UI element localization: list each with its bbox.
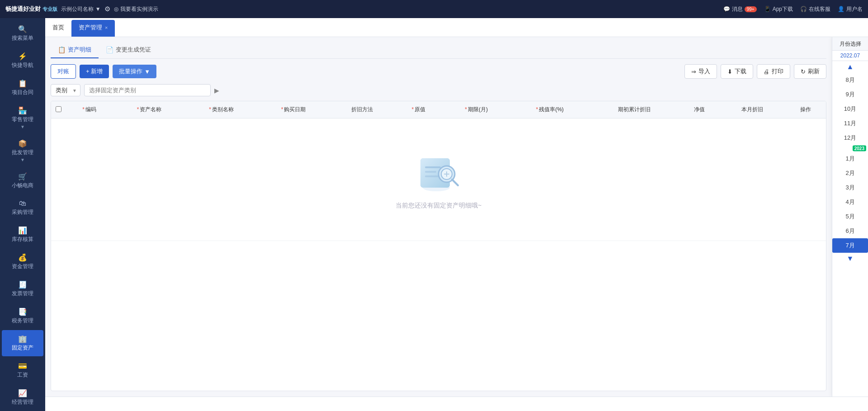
purchase-icon: 🛍	[19, 199, 26, 208]
chevron-down-icon: ▼	[20, 124, 25, 129]
settings-button[interactable]: ⚙	[104, 5, 110, 13]
table-empty-cell: 当前您还没有固定资产明细哦~	[51, 118, 826, 241]
month-item-6[interactable]: 6月	[832, 224, 868, 238]
month-panel-header: 月份选择	[832, 37, 868, 51]
finance-icon: 💰	[18, 253, 27, 262]
category-input[interactable]	[84, 84, 211, 96]
change-icon: 📄	[106, 46, 113, 53]
content-area: 首页 资产管理 × 📋 资产明细 📄 变更生成凭证	[45, 18, 868, 411]
import-icon: ⇒	[691, 68, 696, 75]
sidebar-item-purchase[interactable]: 🛍 采购管理	[2, 195, 43, 221]
th-net: 净值	[679, 101, 720, 118]
sidebar-item-label: 批发管理	[12, 149, 33, 156]
category-select[interactable]: 类别	[51, 84, 80, 96]
sidebar-item-label: 资金管理	[12, 263, 33, 270]
user-name: 用户名	[846, 5, 863, 13]
company-name: 示例公司名称	[61, 5, 94, 13]
month-item-11[interactable]: 11月	[832, 116, 868, 131]
select-all-header	[51, 101, 66, 118]
month-item-7[interactable]: 7月	[832, 238, 868, 253]
month-item-8[interactable]: 8月	[832, 73, 868, 87]
sub-tab-change[interactable]: 📄 变更生成凭证	[99, 43, 158, 58]
toolbar-right: ⇒ 导入 ⬇ 下载 🖨 打印 ↻ 刷新	[684, 64, 826, 79]
month-nav-up[interactable]: ▲	[832, 61, 868, 73]
month-item-4[interactable]: 4月	[832, 195, 868, 209]
operation-icon: 📈	[18, 389, 27, 397]
page-content: 📋 资产明细 📄 变更生成凭证 对账 + 新增	[45, 37, 868, 397]
message-icon: 💬	[723, 6, 730, 12]
assets-table: *编码 *资产名称 *类别名称 *购买日期 折旧方法 *原值 *期限(月) *残…	[51, 101, 826, 391]
import-button[interactable]: ⇒ 导入	[684, 64, 717, 79]
month-item-9[interactable]: 9月	[832, 87, 868, 102]
month-item-12[interactable]: 12月	[832, 131, 868, 145]
batch-button[interactable]: 批量操作 ▼	[113, 65, 156, 78]
match-button[interactable]: 对账	[51, 64, 76, 79]
close-icon[interactable]: ×	[105, 25, 108, 30]
month-item-2[interactable]: 2月	[832, 166, 868, 180]
add-button[interactable]: + 新增	[80, 65, 109, 78]
month-nav-down[interactable]: ▼	[832, 253, 868, 265]
message-label: 消息	[732, 5, 743, 13]
service-button[interactable]: 🎧 在线客服	[800, 5, 830, 13]
sidebar-item-tax[interactable]: 📑 税务管理	[2, 303, 43, 329]
month-item-1[interactable]: 1月	[832, 151, 868, 166]
main-layout: 🔍 搜索菜单 ⚡ 快捷导航 📋 项目合同 🏪 零售管理 ▼ 📦 批发管理 ▼ 🛒…	[0, 18, 868, 411]
sidebar-item-nav[interactable]: ⚡ 快捷导航	[2, 47, 43, 74]
sub-tabs: 📋 资产明细 📄 变更生成凭证	[51, 43, 826, 59]
user-avatar: 👤	[838, 6, 844, 12]
sidebar-item-assets[interactable]: 🏢 固定资产	[2, 330, 43, 356]
refresh-button[interactable]: ↻ 刷新	[794, 64, 826, 79]
sidebar-item-contract[interactable]: 📋 项目合同	[2, 75, 43, 101]
month-item-10[interactable]: 10月	[832, 102, 868, 116]
th-period: *期限(月)	[442, 101, 510, 118]
company-selector[interactable]: 示例公司名称 ▼	[61, 5, 101, 13]
sidebar-item-retail[interactable]: 🏪 零售管理 ▼	[2, 102, 43, 134]
month-item-5[interactable]: 5月	[832, 209, 868, 224]
retail-icon: 🏪	[18, 106, 27, 115]
sidebar-item-search[interactable]: 🔍 搜索菜单	[2, 20, 43, 47]
topbar-right: 💬 消息 99+ 📱 App下载 🎧 在线客服 👤 用户名	[723, 5, 863, 13]
th-name: *资产名称	[113, 101, 185, 118]
sidebar-item-finance[interactable]: 💰 资金管理	[2, 249, 43, 275]
sidebar-item-inventory[interactable]: 📊 库存核算	[2, 222, 43, 248]
month-item-3[interactable]: 3月	[832, 180, 868, 195]
refresh-label: 刷新	[808, 67, 820, 76]
sidebar-item-salary[interactable]: 💳 工资	[2, 357, 43, 383]
sidebar-item-label: 小畅电商	[12, 182, 33, 189]
batch-arrow-icon: ▼	[144, 68, 150, 75]
download-icon: ⬇	[727, 68, 732, 75]
svg-line-8	[452, 180, 458, 185]
svg-rect-5	[425, 175, 439, 177]
sidebar-item-ecommerce[interactable]: 🛒 小畅电商	[2, 168, 43, 194]
demo-link[interactable]: ◎ 我要看实例演示	[114, 5, 158, 13]
download-label: 下载	[735, 67, 746, 76]
invoice-icon: 🧾	[18, 280, 27, 289]
sidebar-item-invoice[interactable]: 🧾 发票管理	[2, 276, 43, 302]
category-select-wrap: 类别	[51, 84, 80, 96]
service-label: 在线客服	[809, 5, 830, 13]
wholesale-icon: 📦	[18, 139, 27, 148]
tab-assets[interactable]: 资产管理 ×	[71, 20, 115, 37]
download-button[interactable]: ⬇ 下载	[721, 64, 753, 79]
filter-arrow-icon[interactable]: ▶	[214, 87, 219, 94]
contract-icon: 📋	[18, 79, 27, 88]
dropdown-icon: ▼	[95, 6, 101, 12]
demo-icon: ◎	[114, 6, 118, 12]
main-panel: 📋 资产明细 📄 变更生成凭证 对账 + 新增	[45, 37, 832, 397]
month-panel-year: 2022.07	[832, 51, 868, 61]
message-button[interactable]: 💬 消息 99+	[723, 5, 757, 13]
app-download-button[interactable]: 📱 App下载	[764, 5, 793, 13]
brand-sub: 专业版	[42, 6, 57, 12]
sub-tab-detail[interactable]: 📋 资产明细	[51, 43, 99, 58]
th-code: *编码	[66, 101, 113, 118]
sub-tab-change-label: 变更生成凭证	[116, 46, 151, 54]
sidebar-item-label: 工资	[17, 371, 28, 379]
select-all-checkbox[interactable]	[56, 106, 61, 112]
print-label: 打印	[772, 67, 783, 76]
print-button[interactable]: 🖨 打印	[757, 64, 790, 79]
sidebar-item-operation[interactable]: 📈 经营管理	[2, 384, 43, 411]
tab-home[interactable]: 首页	[45, 20, 71, 37]
year-badge-tag: 2023	[853, 146, 866, 151]
sidebar-item-wholesale[interactable]: 📦 批发管理 ▼	[2, 135, 43, 167]
user-info[interactable]: 👤 用户名	[838, 5, 863, 13]
